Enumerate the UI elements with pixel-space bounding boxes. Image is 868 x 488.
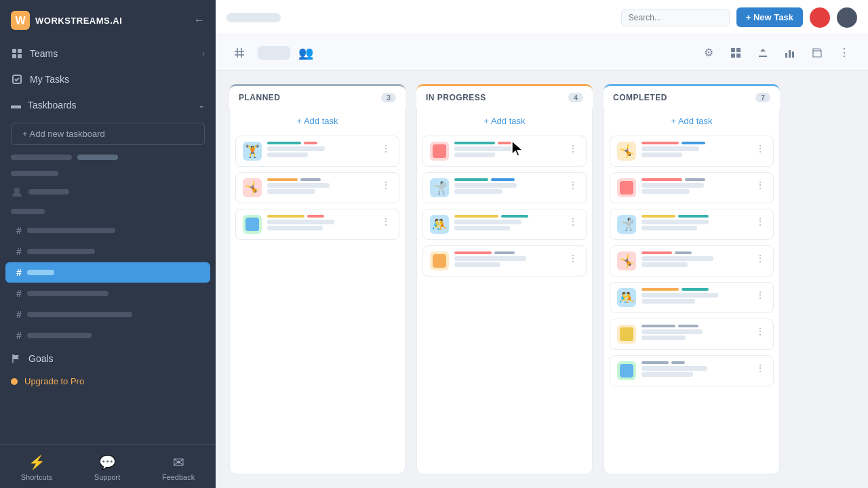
- sidebar-channel-2[interactable]: #: [5, 241, 210, 262]
- upgrade-dot-icon: [11, 378, 18, 385]
- export-button[interactable]: [807, 43, 827, 63]
- user-avatar-red[interactable]: [810, 7, 830, 28]
- column-planned: PLANNED 3 + Add task 🏋 ⋮: [229, 84, 406, 474]
- hashtag-view-button[interactable]: [229, 43, 250, 63]
- svg-rect-2: [12, 49, 16, 53]
- column-body-planned: + Add task 🏋 ⋮: [229, 109, 406, 474]
- task-avatar-planned-0: 🏋: [243, 142, 262, 161]
- people-icon[interactable]: 👥: [298, 45, 313, 60]
- add-task-button-planned[interactable]: + Add task: [230, 109, 405, 133]
- new-task-button[interactable]: + New Task: [736, 7, 803, 27]
- sidebar-skeleton-row-3: [0, 202, 216, 220]
- task-card-completed-5[interactable]: ⋮: [610, 319, 774, 350]
- task-avatar-completed-5: [617, 325, 636, 344]
- support-icon: 💬: [99, 454, 116, 470]
- upgrade-label: Upgrade to Pro: [24, 376, 84, 386]
- sidebar-item-teams[interactable]: Teams ›: [0, 41, 216, 66]
- task-more-button-completed-1[interactable]: ⋮: [754, 178, 766, 192]
- task-card-planned-1[interactable]: 🤸 ⋮: [235, 172, 399, 203]
- shortcuts-icon: ⚡: [28, 454, 45, 470]
- more-options-button[interactable]: ⋮: [834, 43, 854, 63]
- search-input[interactable]: [621, 9, 730, 26]
- task-card-planned-2[interactable]: ⋮: [235, 209, 399, 240]
- sidebar-channel-1[interactable]: #: [5, 220, 210, 241]
- task-card-completed-0[interactable]: 🤸 ⋮: [610, 136, 774, 167]
- view-toolbar: 👥 ⚙ ⋮: [216, 35, 868, 70]
- task-card-completed-1[interactable]: ⋮: [610, 172, 774, 203]
- add-task-button-completed[interactable]: + Add task: [604, 109, 779, 133]
- sidebar-goals[interactable]: Goals: [0, 346, 216, 371]
- task-card-completed-4[interactable]: 🤼 ⋮: [610, 282, 774, 313]
- main-content: + New Task 👥 ⚙: [216, 0, 868, 488]
- teams-chevron-icon: ›: [202, 49, 205, 58]
- settings-button[interactable]: ⚙: [698, 43, 719, 63]
- task-more-button-planned-1[interactable]: ⋮: [380, 178, 392, 192]
- task-card-in-progress-0[interactable]: ⋮: [422, 136, 587, 167]
- task-more-button-in-progress-1[interactable]: ⋮: [567, 178, 579, 192]
- svg-text:W: W: [15, 15, 26, 26]
- import-button[interactable]: [753, 43, 773, 63]
- user-avatar-dark[interactable]: [837, 7, 857, 28]
- task-more-button-in-progress-3[interactable]: ⋮: [567, 251, 579, 265]
- svg-rect-18: [792, 52, 794, 58]
- task-more-button-in-progress-2[interactable]: ⋮: [567, 215, 579, 228]
- collapse-sidebar-button[interactable]: ←: [194, 14, 205, 26]
- task-card-in-progress-3[interactable]: ⋮: [422, 245, 587, 277]
- task-card-in-progress-1[interactable]: 🤺 ⋮: [422, 172, 587, 203]
- task-more-button-planned-0[interactable]: ⋮: [380, 142, 392, 155]
- task-more-button-completed-6[interactable]: ⋮: [754, 361, 766, 375]
- task-avatar-completed-1: [617, 178, 636, 197]
- top-bar-left: [226, 13, 281, 22]
- feedback-label: Feedback: [162, 473, 195, 481]
- task-more-button-completed-5[interactable]: ⋮: [754, 325, 766, 338]
- task-avatar-completed-4: 🤼: [617, 288, 636, 307]
- add-task-button-in-progress[interactable]: + Add task: [417, 109, 592, 133]
- top-bar-right: + New Task: [621, 7, 857, 28]
- task-card-in-progress-2[interactable]: 🤼 ⋮: [422, 209, 587, 240]
- upgrade-to-pro[interactable]: Upgrade to Pro: [0, 371, 216, 392]
- logo-text: WORKSTREAMS.AI: [35, 16, 122, 26]
- support-button[interactable]: 💬 Support: [86, 451, 129, 484]
- sidebar-taskboards-header[interactable]: ▬ Taskboards ⌄: [0, 92, 216, 117]
- view-toolbar-left: 👥: [229, 43, 313, 63]
- teams-label: Teams: [30, 48, 58, 59]
- svg-rect-12: [731, 48, 735, 52]
- task-card-planned-0[interactable]: 🏋 ⋮: [235, 136, 399, 167]
- column-title-in-progress: IN PROGRESS: [426, 93, 486, 102]
- task-avatar-in-progress-1: 🤺: [430, 178, 449, 197]
- task-card-completed-2[interactable]: 🤺 ⋮: [610, 209, 774, 240]
- task-more-button-planned-2[interactable]: ⋮: [380, 215, 392, 228]
- task-avatar-planned-1: 🤸: [243, 178, 262, 197]
- sidebar: W WORKSTREAMS.AI ← Teams › My Tasks: [0, 0, 216, 488]
- add-taskboard-button[interactable]: + Add new taskboard: [11, 123, 205, 145]
- column-count-planned: 3: [381, 93, 396, 102]
- svg-rect-4: [12, 54, 16, 58]
- column-body-in-progress: + Add task ⋮ �: [416, 109, 593, 474]
- view-label[interactable]: [258, 46, 290, 60]
- chart-button[interactable]: [780, 43, 800, 63]
- grid-view-button[interactable]: [726, 43, 746, 63]
- task-more-button-in-progress-0[interactable]: ⋮: [567, 142, 579, 155]
- task-card-completed-6[interactable]: ⋮: [610, 355, 774, 386]
- shortcuts-button[interactable]: ⚡ Shortcuts: [13, 451, 60, 484]
- task-avatar-completed-6: [617, 361, 636, 380]
- feedback-button[interactable]: ✉ Feedback: [154, 451, 203, 484]
- svg-rect-14: [731, 54, 735, 58]
- sidebar-item-my-tasks[interactable]: My Tasks: [0, 66, 216, 92]
- sidebar-nav: Teams › My Tasks ▬ Taskboards ⌄ + Add ne…: [0, 41, 216, 444]
- task-avatar-completed-2: 🤺: [617, 215, 636, 234]
- sidebar-channel-4[interactable]: #: [5, 283, 210, 304]
- task-more-button-completed-0[interactable]: ⋮: [754, 142, 766, 155]
- task-more-button-completed-3[interactable]: ⋮: [754, 251, 766, 265]
- task-avatar-in-progress-3: [430, 251, 449, 270]
- top-bar: + New Task: [216, 0, 868, 35]
- svg-rect-15: [736, 54, 741, 58]
- column-count-in-progress: 4: [568, 93, 583, 102]
- task-more-button-completed-2[interactable]: ⋮: [754, 215, 766, 228]
- task-more-button-completed-4[interactable]: ⋮: [754, 288, 766, 302]
- task-card-completed-3[interactable]: 🤸 ⋮: [610, 245, 774, 277]
- sidebar-channel-6[interactable]: #: [5, 325, 210, 346]
- sidebar-channel-3-active[interactable]: #: [5, 262, 210, 283]
- sidebar-channel-5[interactable]: #: [5, 304, 210, 325]
- column-in-progress: IN PROGRESS 4 + Add task ⋮: [416, 84, 593, 474]
